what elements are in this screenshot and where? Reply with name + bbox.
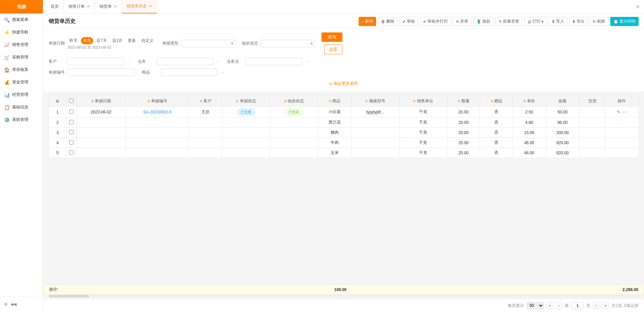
sidebar-item-quick-nav[interactable]: ⚡ 快捷导航 <box>0 26 43 38</box>
date-shortcut-last1month[interactable]: 近1月 <box>110 37 125 44</box>
customer-picker-icon[interactable]: ··· <box>128 59 131 64</box>
row-checkbox[interactable] <box>69 140 74 145</box>
doc-number-input[interactable] <box>67 69 135 76</box>
row-checkbox-4[interactable] <box>66 138 77 148</box>
delete-button[interactable]: 🗑删除 <box>378 17 397 26</box>
col-doc-no[interactable]: ⇅ 单据编号 <box>126 96 189 107</box>
date-shortcut-custom[interactable]: 自定义 <box>139 37 156 44</box>
row-collectstatus-3 <box>270 128 318 138</box>
scrollbar-thumb[interactable] <box>49 295 89 297</box>
row-checkbox[interactable] <box>69 150 74 155</box>
show-detail-button[interactable]: 📋显示明细 <box>610 17 639 26</box>
prev-page-btn[interactable]: ‹ <box>556 302 562 309</box>
export-button[interactable]: ⬇导出 <box>569 17 588 26</box>
warehouse-picker-icon[interactable]: ··· <box>217 59 220 64</box>
tab-sales-delivery-history-close[interactable]: ✕ <box>149 4 152 8</box>
row-checkbox[interactable] <box>69 109 74 114</box>
customer-input[interactable] <box>67 58 124 65</box>
row-checkbox-1[interactable] <box>66 107 77 118</box>
col-unit-price[interactable]: ⇅ 单价 <box>513 96 545 107</box>
query-button[interactable]: 查询 <box>321 32 342 42</box>
collect-icon: 💲 <box>476 19 481 24</box>
horizontal-scrollbar[interactable] <box>49 295 639 297</box>
next-page-btn[interactable]: › <box>593 302 599 309</box>
row-collectstatus-5 <box>270 148 318 158</box>
goods-input[interactable] <box>161 69 217 76</box>
sidebar-item-sys-mgmt[interactable]: ⚙️ 系统管理 <box>0 113 43 126</box>
filter-collect-status: 收款状态 <box>242 40 315 47</box>
col-quantity[interactable]: ⇅ 数量 <box>447 96 480 107</box>
doc-type-select[interactable] <box>181 40 235 47</box>
sidebar-item-ops-mgmt[interactable]: 📊 经营管理 <box>0 88 43 101</box>
sidebar-item-finance-mgmt[interactable]: 💰 资金管理 <box>0 76 43 88</box>
collapse-filter-btn[interactable]: ∧ 收起更多条件 <box>49 79 639 88</box>
col-doc-status[interactable]: ⇅ 单据状态 <box>222 96 270 107</box>
row-checkbox-2[interactable] <box>66 118 77 128</box>
page-size-select[interactable]: 50 100 200 <box>527 302 544 309</box>
date-shortcut-yesterday[interactable]: 昨天 <box>67 37 80 44</box>
new-button[interactable]: +新增 <box>359 17 376 26</box>
sidebar-item-basic-info[interactable]: 📋 基础信息 <box>0 101 43 113</box>
footer-total-label: 合计: <box>49 287 58 292</box>
row-gift-2: 否 <box>480 118 513 128</box>
row-checkbox[interactable] <box>69 120 74 124</box>
select-all-checkbox[interactable] <box>69 99 74 103</box>
page-number-input[interactable] <box>571 302 584 309</box>
date-shortcut-today[interactable]: 今天 <box>81 37 93 44</box>
row-checkbox-5[interactable] <box>66 148 77 158</box>
first-page-btn[interactable]: « <box>547 302 554 309</box>
refresh-button[interactable]: ↻刷新 <box>590 17 608 26</box>
tab-sales-delivery-history[interactable]: 销货单历史 ✕ <box>122 0 157 14</box>
more-action[interactable]: ⋯ <box>622 109 627 114</box>
last-page-btn[interactable]: » <box>602 302 609 309</box>
col-gift[interactable]: ⇅ 赠品 <box>480 96 513 107</box>
goods-picker-icon[interactable]: ··· <box>221 70 224 75</box>
batch-change-button[interactable]: ✎批量变更 <box>496 17 522 26</box>
review-print-button[interactable]: ✔审核并打印 <box>420 17 451 26</box>
sidebar-item-search-menu[interactable]: 🔍 搜索菜单 <box>0 14 43 26</box>
col-collect-status[interactable]: ⇅ 收款状态 <box>270 96 318 107</box>
tab-sales-delivery-close[interactable]: ✕ <box>114 4 117 9</box>
warehouse-input[interactable] <box>157 58 213 65</box>
col-goods[interactable]: ⇅ 商品 <box>318 96 351 107</box>
abandon-button[interactable]: ✕弃审 <box>453 17 471 26</box>
row-quantity-2: 20.00 <box>447 118 480 128</box>
col-customer[interactable]: ⇅ 客户 <box>189 96 222 107</box>
date-shortcut-last7days[interactable]: 近7天 <box>94 37 109 44</box>
tab-sales-order-close[interactable]: ✕ <box>87 4 90 9</box>
edit-action[interactable]: ✎ <box>617 109 620 114</box>
salesperson-picker-icon[interactable]: ··· <box>306 59 309 64</box>
sidebar-item-purchase-mgmt[interactable]: 🛒 采购管理 <box>0 51 43 63</box>
col-spec[interactable]: ⇅ 规格型号 <box>351 96 399 107</box>
print-button[interactable]: 🖨打印▾ <box>524 17 547 26</box>
row-customer-5 <box>189 148 222 158</box>
setting-button[interactable]: 设置 <box>324 45 342 54</box>
filter-date: 单据日期 昨天 今天 近7天 近1月 更多 自定义 2023-06-02 至 2… <box>49 37 156 50</box>
page-title: 销货单历史 <box>49 18 76 25</box>
row-goods-5: 玉米 <box>318 148 351 158</box>
window-close-btn[interactable]: ✕ <box>636 4 640 9</box>
row-salesunit-5: 千克 <box>399 148 447 158</box>
col-amount: 金额 <box>545 96 579 107</box>
salesperson-input[interactable] <box>246 58 302 65</box>
col-date[interactable]: ⇅ 单据日期 <box>77 96 126 107</box>
collect-status-select[interactable] <box>261 40 315 47</box>
sidebar: 拓据 🔍 搜索菜单 ⚡ 快捷导航 📈 销售管理 🛒 采购管理 🏠 库存核算 💰 … <box>0 0 43 312</box>
import-button[interactable]: ⬆导入 <box>549 17 567 26</box>
collect-button[interactable]: 💲收款 <box>473 17 494 26</box>
tab-sales-delivery[interactable]: 销货单 ✕ <box>95 0 122 14</box>
row-checkbox-3[interactable] <box>66 128 77 138</box>
col-gear[interactable]: ⚙ <box>49 96 66 107</box>
sidebar-item-inventory[interactable]: 🏠 库存核算 <box>0 63 43 76</box>
row-checkbox[interactable] <box>69 130 74 134</box>
tab-sales-order[interactable]: 销售订单 ✕ <box>64 0 95 14</box>
collapse-arrow-icon: ∧ <box>329 81 332 86</box>
review-button[interactable]: ✔审核 <box>399 17 418 26</box>
sidebar-item-sales-mgmt[interactable]: 📈 销售管理 <box>0 38 43 51</box>
col-sales-unit[interactable]: ⇅ 销售单位 <box>399 96 447 107</box>
date-shortcut-more[interactable]: 更多 <box>126 37 138 44</box>
tab-home[interactable]: 首页 <box>46 0 64 14</box>
sidebar-settings-btn[interactable]: ⚙ ◀◀ <box>0 299 43 309</box>
check-icon: ✔ <box>402 19 406 24</box>
import-icon: ⬆ <box>552 19 555 24</box>
